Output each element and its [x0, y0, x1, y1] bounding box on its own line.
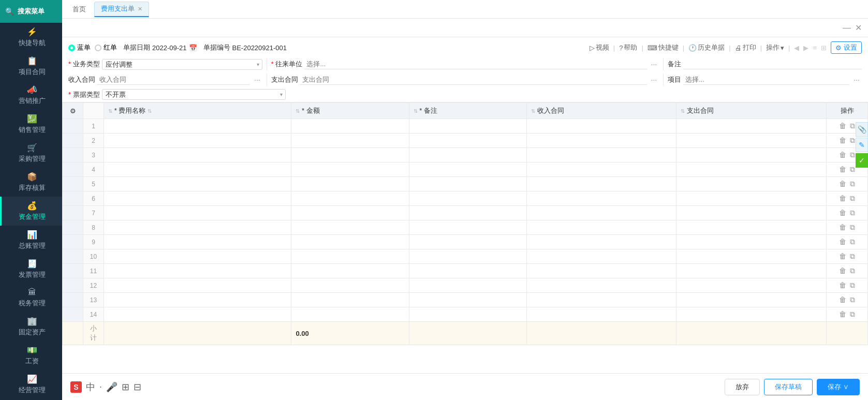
row-note-6[interactable]	[409, 191, 526, 206]
video-btn[interactable]: ▷ 视频	[590, 43, 609, 52]
row-expense-contract-1[interactable]	[676, 119, 827, 134]
expense-contract-more-icon[interactable]: ···	[649, 76, 659, 84]
row-note-5[interactable]	[409, 177, 526, 191]
calendar-icon[interactable]: 📅	[189, 44, 197, 52]
minimize-button[interactable]: —	[843, 23, 851, 33]
row-delete-icon-3[interactable]: 🗑	[839, 151, 846, 159]
bottom-icon-grid[interactable]: ⊞	[122, 381, 129, 393]
row-expense-contract-11[interactable]	[676, 264, 827, 278]
income-contract-more-icon[interactable]: ···	[252, 76, 262, 84]
save-button[interactable]: 保存 ∨	[817, 379, 860, 395]
row-income-contract-5[interactable]	[526, 177, 676, 191]
row-income-contract-12[interactable]	[526, 278, 676, 293]
row-income-contract-9[interactable]	[526, 235, 676, 249]
row-delete-icon-2[interactable]: 🗑	[839, 136, 846, 144]
bottom-icon-mic[interactable]: 🎤	[106, 381, 117, 393]
th-gear[interactable]: ⚙	[63, 103, 83, 119]
row-income-contract-2[interactable]	[526, 134, 676, 148]
row-income-contract-3[interactable]	[526, 148, 676, 162]
tab-home[interactable]: 首页	[66, 2, 92, 17]
sidebar-item-3[interactable]: 💹销售管理	[0, 110, 62, 139]
row-note-9[interactable]	[409, 235, 526, 249]
row-expense-name-2[interactable]	[104, 134, 291, 148]
row-amount-11[interactable]	[291, 264, 409, 278]
discard-button[interactable]: 放弃	[725, 379, 760, 395]
row-delete-icon-5[interactable]: 🗑	[839, 180, 846, 188]
row-delete-icon-4[interactable]: 🗑	[839, 165, 846, 173]
row-amount-13[interactable]	[291, 293, 409, 307]
row-delete-icon-13[interactable]: 🗑	[839, 295, 846, 304]
partner-more-icon[interactable]: ···	[649, 60, 659, 68]
sidebar-item-4[interactable]: 🛒采购管理	[0, 139, 62, 168]
float-icon-3[interactable]: ✓	[856, 153, 868, 168]
row-amount-9[interactable]	[291, 235, 409, 249]
invoice-type-select[interactable]: 不开票	[102, 89, 286, 100]
float-icon-1[interactable]: 📎	[856, 122, 868, 137]
row-expense-name-5[interactable]	[104, 177, 291, 191]
row-delete-icon-12[interactable]: 🗑	[839, 281, 846, 289]
row-income-contract-6[interactable]	[526, 191, 676, 206]
tab-expense[interactable]: 费用支出单 ✕	[94, 2, 149, 17]
sidebar-item-6[interactable]: 💰资金管理	[0, 197, 62, 226]
th-note[interactable]: ⇅ * 备注	[409, 103, 526, 119]
row-income-contract-8[interactable]	[526, 220, 676, 235]
help-btn[interactable]: ? 帮助	[619, 43, 637, 52]
row-amount-5[interactable]	[291, 177, 409, 191]
row-expense-name-11[interactable]	[104, 264, 291, 278]
row-income-contract-1[interactable]	[526, 119, 676, 134]
row-expense-contract-8[interactable]	[676, 220, 827, 235]
row-copy-icon-4[interactable]: ⧉	[850, 165, 855, 173]
bottom-icon-zhong[interactable]: 中	[86, 381, 95, 393]
row-copy-icon-5[interactable]: ⧉	[850, 180, 855, 188]
business-type-select[interactable]: 应付调整	[102, 59, 262, 70]
row-copy-icon-14[interactable]: ⧉	[850, 310, 855, 318]
sidebar-header[interactable]: 🔍 搜索菜单	[0, 0, 62, 23]
sidebar-item-5[interactable]: 📦库存核算	[0, 168, 62, 197]
bottom-icon-dot[interactable]: ·	[99, 381, 102, 392]
row-income-contract-7[interactable]	[526, 206, 676, 220]
row-expense-contract-12[interactable]	[676, 278, 827, 293]
row-note-7[interactable]	[409, 206, 526, 220]
row-delete-icon-11[interactable]: 🗑	[839, 266, 846, 275]
row-copy-icon-6[interactable]: ⧉	[850, 194, 855, 202]
row-delete-icon-6[interactable]: 🗑	[839, 194, 846, 202]
sidebar-item-9[interactable]: 🏛税务管理	[0, 284, 62, 312]
row-expense-contract-3[interactable]	[676, 148, 827, 162]
row-note-11[interactable]	[409, 264, 526, 278]
docno-value[interactable]: BE-20220921-001	[232, 44, 287, 52]
row-expense-name-7[interactable]	[104, 206, 291, 220]
remark-input[interactable]	[683, 59, 862, 69]
row-expense-contract-7[interactable]	[676, 206, 827, 220]
sidebar-item-2[interactable]: 📣营销推广	[0, 81, 62, 110]
row-note-12[interactable]	[409, 278, 526, 293]
row-copy-icon-1[interactable]: ⧉	[850, 122, 855, 130]
row-income-contract-10[interactable]	[526, 249, 676, 264]
income-contract-input[interactable]	[97, 75, 250, 85]
row-income-contract-14[interactable]	[526, 307, 676, 322]
row-delete-icon-10[interactable]: 🗑	[839, 252, 846, 260]
project-input[interactable]	[683, 75, 849, 85]
bottom-icon-table2[interactable]: ⊟	[134, 381, 141, 393]
row-delete-icon-14[interactable]: 🗑	[839, 310, 846, 318]
row-delete-icon-1[interactable]: 🗑	[839, 122, 846, 130]
row-expense-contract-5[interactable]	[676, 177, 827, 191]
tab-close-icon[interactable]: ✕	[138, 6, 142, 12]
row-expense-name-8[interactable]	[104, 220, 291, 235]
row-expense-contract-10[interactable]	[676, 249, 827, 264]
th-amount[interactable]: ⇅ * 金额	[291, 103, 409, 119]
row-copy-icon-7[interactable]: ⧉	[850, 209, 855, 217]
row-delete-icon-8[interactable]: 🗑	[839, 223, 846, 231]
row-expense-name-13[interactable]	[104, 293, 291, 307]
row-amount-12[interactable]	[291, 278, 409, 293]
row-copy-icon-2[interactable]: ⧉	[850, 136, 855, 144]
sidebar-item-7[interactable]: 📊总账管理	[0, 226, 62, 255]
date-value[interactable]: 2022-09-21	[152, 44, 187, 52]
shortcut-btn[interactable]: ⌨ 快捷键	[648, 43, 679, 52]
row-copy-icon-10[interactable]: ⧉	[850, 252, 855, 260]
row-note-8[interactable]	[409, 220, 526, 235]
row-expense-contract-2[interactable]	[676, 134, 827, 148]
row-amount-4[interactable]	[291, 162, 409, 177]
expense-contract-input[interactable]	[300, 75, 647, 85]
row-expense-name-4[interactable]	[104, 162, 291, 177]
row-amount-2[interactable]	[291, 134, 409, 148]
